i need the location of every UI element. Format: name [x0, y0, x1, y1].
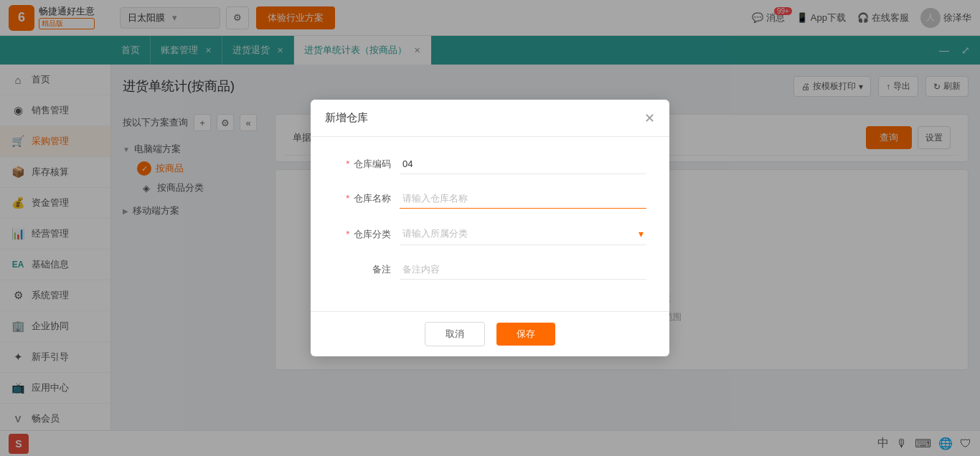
required-star-code: * — [346, 158, 349, 169]
modal-header: 新增仓库 ✕ — [311, 100, 669, 137]
required-star-cat: * — [346, 229, 349, 239]
modal-overlay: 新增仓库 ✕ * 仓库编码 * 仓库名称 — [0, 0, 980, 456]
note-input[interactable] — [400, 260, 646, 280]
chevron-down-icon: ▾ — [639, 228, 644, 239]
form-note: 备注 — [334, 260, 646, 280]
form-name: * 仓库名称 — [334, 189, 646, 209]
modal-title: 新增仓库 — [325, 111, 368, 125]
required-star-name: * — [346, 193, 349, 204]
cancel-button[interactable]: 取消 — [425, 322, 485, 346]
form-code: * 仓库编码 — [334, 154, 646, 174]
code-input[interactable] — [400, 154, 646, 174]
name-input[interactable] — [400, 189, 646, 209]
category-placeholder: 请输入所属分类 — [402, 227, 468, 240]
note-label: 备注 — [334, 263, 391, 276]
modal-body: * 仓库编码 * 仓库名称 * 仓库分类 请输入 — [311, 137, 669, 311]
modal-footer: 取消 保存 — [311, 311, 669, 356]
category-select[interactable]: 请输入所属分类 ▾ — [400, 223, 646, 245]
name-label: * 仓库名称 — [334, 192, 391, 205]
save-button[interactable]: 保存 — [496, 323, 555, 346]
modal-close-button[interactable]: ✕ — [644, 112, 655, 125]
code-label: * 仓库编码 — [334, 158, 391, 171]
category-label: * 仓库分类 — [334, 228, 391, 241]
form-category: * 仓库分类 请输入所属分类 ▾ — [334, 223, 646, 245]
add-warehouse-modal: 新增仓库 ✕ * 仓库编码 * 仓库名称 — [311, 100, 669, 356]
